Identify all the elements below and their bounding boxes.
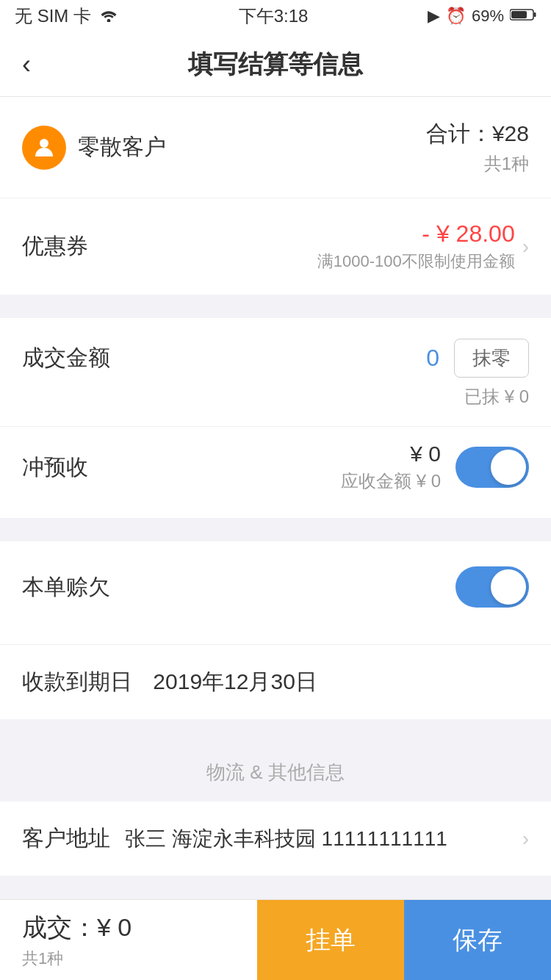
divider-2 — [0, 530, 551, 541]
coupon-label: 优惠券 — [22, 231, 88, 262]
address-value: 张三 海淀永丰科技园 11111111111 — [125, 825, 522, 853]
coupon-row[interactable]: 优惠券 - ¥ 28.00 满1000-100不限制使用金额 › — [0, 198, 551, 295]
status-bar: 无 SIM 卡 下午3:18 ▶ ⏰ 69% — [0, 0, 551, 32]
logistics-header: 物流 & 其他信息 — [0, 743, 551, 801]
wifi-icon — [98, 6, 119, 26]
bottom-summary-top: 成交：¥ 0 — [22, 911, 235, 945]
coupon-discount: - ¥ 28.00 — [317, 220, 515, 248]
prepay-right: ¥ 0 应收金额 ¥ 0 — [341, 442, 529, 493]
alarm-icon: ⏰ — [446, 7, 466, 26]
customer-section: 零散客户 合计：¥28 共1种 优惠券 - ¥ 28.00 满1000-100不… — [0, 97, 551, 295]
amount-right: 0 抹零 — [426, 339, 529, 378]
battery-icon — [510, 7, 536, 26]
status-left: 无 SIM 卡 — [15, 4, 119, 28]
due-date-row: 收款到期日 2019年12月30日 — [0, 644, 551, 719]
back-button[interactable]: ‹ — [22, 49, 31, 80]
credit-section: 本单赊欠 收款到期日 2019年12月30日 — [0, 541, 551, 719]
save-button[interactable]: 保存 — [404, 900, 551, 981]
prepay-row: 冲预收 ¥ 0 应收金额 ¥ 0 — [0, 426, 551, 500]
nav-bar: ‹ 填写结算等信息 — [0, 32, 551, 97]
svg-point-4 — [40, 139, 48, 148]
page-title: 填写结算等信息 — [188, 48, 363, 82]
transaction-section: 成交金额 0 抹零 已抹 ¥ 0 冲预收 ¥ 0 应收金额 ¥ 0 — [0, 318, 551, 518]
prepay-info: ¥ 0 应收金额 ¥ 0 — [341, 442, 441, 493]
coupon-description: 满1000-100不限制使用金额 — [317, 251, 515, 273]
customer-row: 零散客户 合计：¥28 共1种 — [0, 97, 551, 198]
customer-total: 合计：¥28 共1种 — [426, 119, 529, 176]
prepay-toggle-thumb — [491, 450, 526, 485]
credit-toggle[interactable] — [455, 566, 529, 608]
bottom-summary: 成交：¥ 0 共1种 — [0, 911, 257, 970]
coupon-info: - ¥ 28.00 满1000-100不限制使用金额 — [317, 220, 515, 273]
avatar — [22, 126, 66, 170]
prepay-sub-row — [0, 500, 551, 518]
summary-amount: ¥ 0 — [97, 913, 132, 941]
customer-info: 零散客户 — [22, 126, 166, 170]
coupon-right: - ¥ 28.00 满1000-100不限制使用金额 › — [317, 220, 529, 273]
credit-row: 本单赊欠 — [0, 541, 551, 633]
hang-button[interactable]: 挂单 — [257, 900, 404, 981]
svg-rect-3 — [511, 11, 527, 18]
due-date-label: 收款到期日 — [22, 669, 132, 693]
coupon-chevron-icon: › — [522, 235, 529, 259]
customer-name: 零散客户 — [78, 132, 166, 162]
prepay-amount: ¥ 0 — [341, 442, 441, 466]
location-icon: ▶ — [428, 7, 440, 26]
credit-toggle-thumb — [491, 569, 526, 605]
logistics-label: 物流 & 其他信息 — [192, 760, 359, 785]
divider-3 — [0, 731, 551, 743]
svg-rect-2 — [534, 12, 536, 17]
total-count: 共1种 — [426, 152, 529, 176]
address-chevron-icon: › — [522, 827, 529, 851]
amount-label: 成交金额 — [22, 343, 110, 373]
credit-label: 本单赊欠 — [22, 572, 110, 602]
prepay-toggle[interactable] — [455, 447, 529, 488]
svg-point-0 — [107, 19, 111, 22]
amount-sub-text: 已抹 ¥ 0 — [0, 385, 551, 426]
total-price: 合计：¥28 — [426, 119, 529, 149]
address-label: 客户地址 — [22, 824, 110, 854]
status-right: ▶ ⏰ 69% — [428, 7, 536, 26]
round-zero-button[interactable]: 抹零 — [454, 339, 529, 378]
logistics-text: 物流 & 其他信息 — [206, 760, 345, 785]
due-date-value: 2019年12月30日 — [153, 669, 317, 693]
summary-label: 成交： — [22, 913, 97, 941]
address-row[interactable]: 客户地址 张三 海淀永丰科技园 11111111111 › — [0, 801, 551, 876]
bottom-summary-sub: 共1种 — [22, 948, 235, 970]
divider-1 — [0, 306, 551, 318]
amount-row: 成交金额 0 抹零 — [0, 318, 551, 385]
prepay-label: 冲预收 — [22, 453, 88, 483]
amount-value: 0 — [426, 345, 439, 372]
status-time: 下午3:18 — [239, 4, 309, 28]
carrier-text: 无 SIM 卡 — [15, 4, 91, 28]
battery-text: 69% — [472, 7, 504, 26]
prepay-receivable: 应收金额 ¥ 0 — [341, 469, 441, 493]
bottom-bar: 成交：¥ 0 共1种 挂单 保存 — [0, 899, 551, 980]
